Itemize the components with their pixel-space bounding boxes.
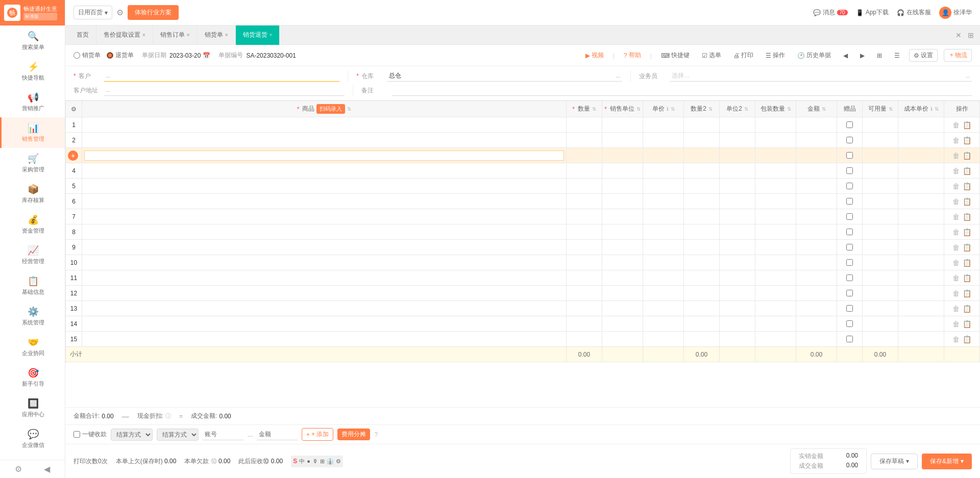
sidebar-item-wechat[interactable]: 💬 企业微信 bbox=[0, 423, 65, 454]
price-sort-icon[interactable]: ⇅ bbox=[671, 106, 675, 112]
row-price-3[interactable] bbox=[643, 148, 684, 163]
qty2-sort-icon[interactable]: ⇅ bbox=[708, 106, 713, 112]
row-qty2-3[interactable] bbox=[684, 148, 720, 163]
salesperson-input[interactable]: 选择... ... bbox=[670, 70, 972, 82]
sidebar-settings-btn[interactable]: ⚙ bbox=[15, 464, 22, 474]
warehouse-input[interactable]: 总仓 ... bbox=[387, 70, 622, 82]
gift-checkbox-10[interactable] bbox=[846, 259, 853, 266]
select-order-btn[interactable]: ☑ 选单 bbox=[699, 50, 724, 61]
tab-sales-invoice[interactable]: 销货单 × bbox=[198, 26, 236, 45]
row-product-14[interactable] bbox=[82, 316, 567, 332]
calc-method-select[interactable]: 结算方式 bbox=[157, 429, 199, 441]
copy-row-13-btn[interactable]: 📋 bbox=[963, 305, 971, 313]
copy-row-10-btn[interactable]: 📋 bbox=[963, 259, 971, 267]
sidebar-item-purchase[interactable]: 🛒 采购管理 bbox=[0, 148, 65, 179]
delete-row-10-btn[interactable]: 🗑 bbox=[952, 259, 960, 267]
row-unit-2[interactable] bbox=[602, 133, 643, 148]
tab-sales-return-close[interactable]: × bbox=[270, 32, 273, 38]
account-input[interactable]: 账号 bbox=[203, 429, 243, 440]
sidebar-item-finance[interactable]: 💰 资金管理 bbox=[0, 209, 65, 240]
gift-checkbox-7[interactable] bbox=[846, 213, 853, 220]
copy-row-15-btn[interactable]: 📋 bbox=[963, 335, 971, 343]
online-service-btn[interactable]: 🎧 在线客服 bbox=[897, 8, 931, 17]
gift-checkbox-12[interactable] bbox=[846, 290, 853, 296]
row-product-7[interactable] bbox=[82, 209, 567, 224]
video-btn[interactable]: ▶ 视频 bbox=[582, 50, 607, 61]
row-gift-3[interactable] bbox=[837, 148, 863, 163]
row-qty2-1[interactable] bbox=[684, 117, 720, 133]
copy-row-3-btn[interactable]: 📋 bbox=[963, 152, 971, 160]
row-unit2-2[interactable] bbox=[720, 133, 755, 148]
cost-sort-icon[interactable]: ⇅ bbox=[935, 106, 939, 112]
delete-row-15-btn[interactable]: 🗑 bbox=[952, 335, 960, 343]
copy-row-8-btn[interactable]: 📋 bbox=[963, 228, 971, 236]
row-amount-1[interactable] bbox=[796, 117, 837, 133]
delete-row-3-btn[interactable]: 🗑 bbox=[952, 152, 960, 160]
row-price-1[interactable] bbox=[643, 117, 684, 133]
copy-row-9-btn[interactable]: 📋 bbox=[963, 243, 971, 251]
row-product-2[interactable] bbox=[82, 133, 567, 148]
row-qty-3[interactable] bbox=[567, 148, 602, 163]
delete-row-14-btn[interactable]: 🗑 bbox=[952, 320, 960, 328]
installment-help[interactable]: ⑩ bbox=[211, 458, 217, 465]
unit-sort-icon[interactable]: ⇅ bbox=[636, 106, 641, 112]
sidebar-item-shortcuts[interactable]: ⚡ 快捷导航 bbox=[0, 56, 65, 87]
shortcut-key-btn[interactable]: ⌨ 快捷键 bbox=[658, 50, 693, 61]
gift-checkbox-3[interactable] bbox=[846, 152, 853, 159]
add-logistics-btn[interactable]: + 物流 bbox=[944, 49, 972, 62]
pkg-sort-icon[interactable]: ⇅ bbox=[787, 106, 791, 112]
row-amount-2[interactable] bbox=[796, 133, 837, 148]
sidebar-item-sales[interactable]: 📊 销售管理 bbox=[0, 117, 65, 148]
row-unit-1[interactable] bbox=[602, 117, 643, 133]
gift-checkbox-11[interactable] bbox=[846, 274, 853, 281]
add-row-btn[interactable]: + bbox=[68, 150, 78, 161]
delete-row-4-btn[interactable]: 🗑 bbox=[952, 167, 960, 175]
column-settings-icon[interactable]: ⚙ bbox=[71, 106, 77, 113]
copy-row-5-btn[interactable]: 📋 bbox=[963, 182, 971, 190]
row-gift-1[interactable] bbox=[837, 117, 863, 133]
payment-method-select[interactable]: 结算方式 bbox=[111, 429, 153, 441]
row-product-8[interactable] bbox=[82, 224, 567, 240]
customer-input[interactable]: ... bbox=[104, 70, 339, 82]
sidebar-item-operations[interactable]: 📈 经营管理 bbox=[0, 240, 65, 270]
row-avail-3[interactable] bbox=[863, 148, 898, 163]
delete-row-2-btn[interactable]: 🗑 bbox=[952, 136, 960, 144]
taskbar-btn-2[interactable]: ● bbox=[307, 458, 310, 464]
delete-row-1-btn[interactable]: 🗑 bbox=[952, 121, 960, 129]
row-pkg-3[interactable] bbox=[755, 148, 796, 163]
s-icon[interactable]: S bbox=[293, 458, 297, 465]
tab-sales-return[interactable]: 销货退货 × bbox=[236, 26, 280, 45]
tab-sales-invoice-close[interactable]: × bbox=[225, 32, 228, 38]
delete-row-9-btn[interactable]: 🗑 bbox=[952, 243, 960, 251]
save-draft-button[interactable]: 保存草稿 ▾ bbox=[871, 454, 918, 469]
row-pkg-2[interactable] bbox=[755, 133, 796, 148]
qty-sort-icon[interactable]: ⇅ bbox=[592, 106, 596, 112]
taskbar-btn-5[interactable]: 👔 bbox=[327, 458, 334, 465]
row-cost-1[interactable] bbox=[898, 117, 944, 133]
tabs-more-btn[interactable]: ⊞ bbox=[966, 30, 976, 40]
delete-row-8-btn[interactable]: 🗑 bbox=[952, 228, 960, 236]
row-unit2-3[interactable] bbox=[720, 148, 755, 163]
one-click-payment-check[interactable]: 一键收款 bbox=[74, 430, 107, 439]
row-cost-3[interactable] bbox=[898, 148, 944, 163]
tab-price-settings-close[interactable]: × bbox=[142, 32, 145, 38]
sidebar-item-basic[interactable]: 📋 基础信息 bbox=[0, 270, 65, 301]
list-view-btn[interactable]: ☰ bbox=[891, 51, 903, 60]
copy-row-1-btn[interactable]: 📋 bbox=[963, 121, 971, 129]
add-expense-btn[interactable]: + + 添加 bbox=[302, 428, 333, 441]
close-all-tabs-btn[interactable]: ✕ bbox=[953, 30, 964, 40]
copy-row-7-btn[interactable]: 📋 bbox=[963, 213, 971, 221]
price-info-icon[interactable]: ℹ bbox=[667, 106, 669, 112]
scan-input-btn[interactable]: 扫码录入 bbox=[316, 104, 345, 114]
expense-split-btn[interactable]: 费用分摊 bbox=[337, 429, 370, 440]
sidebar-item-inventory[interactable]: 📦 库存核算 bbox=[0, 179, 65, 209]
delete-row-12-btn[interactable]: 🗑 bbox=[952, 289, 960, 297]
taskbar-btn-6[interactable]: ⚙ bbox=[336, 458, 341, 465]
amount-sort-icon[interactable]: ⇅ bbox=[822, 106, 826, 112]
row-qty-1[interactable] bbox=[567, 117, 602, 133]
taskbar-btn-3[interactable]: 🎙 bbox=[312, 458, 318, 464]
next-record-btn[interactable]: ▶ bbox=[857, 51, 868, 60]
gift-checkbox-4[interactable] bbox=[846, 167, 853, 174]
row-product-1[interactable] bbox=[82, 117, 567, 133]
row-qty-2[interactable] bbox=[567, 133, 602, 148]
